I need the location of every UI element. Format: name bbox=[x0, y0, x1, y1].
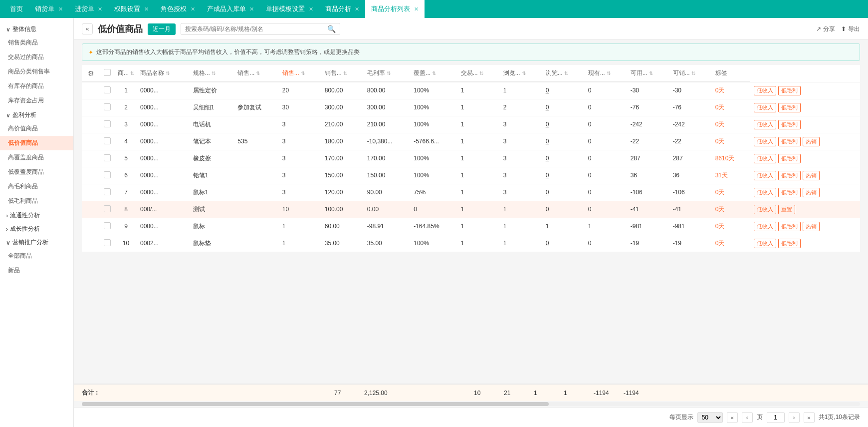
row-settings bbox=[82, 133, 100, 150]
table-container: ⚙ 商...⇅ 商品名称⇅ 规格...⇅ bbox=[74, 65, 868, 384]
summary-cells: 77 2,125.00 10 21 1 1 -1194 -1194 bbox=[202, 390, 860, 397]
row-checkbox[interactable] bbox=[104, 154, 111, 161]
sidebar-item-new-products[interactable]: 新品 bbox=[0, 263, 73, 278]
nav-sales-order[interactable]: 销货单 ✕ bbox=[29, 0, 69, 18]
sidebar-item-low-value[interactable]: 低价值商品 bbox=[0, 136, 73, 150]
sidebar-item-all-products[interactable]: 全部商品 bbox=[0, 249, 73, 263]
sort-icon: ⇅ bbox=[166, 70, 170, 76]
sidebar-item-sales-products[interactable]: 销售类商品 bbox=[0, 35, 73, 50]
sidebar-item-category-sales-rate[interactable]: 商品分类销售率 bbox=[0, 64, 73, 79]
next-page-button[interactable]: › bbox=[789, 412, 800, 423]
arrow-down-icon: ∨ bbox=[6, 239, 10, 246]
row-spec bbox=[234, 150, 279, 167]
nav-role-auth[interactable]: 角色授权 ✕ bbox=[155, 0, 201, 18]
row-checkbox[interactable] bbox=[104, 86, 111, 93]
close-icon[interactable]: ✕ bbox=[414, 6, 419, 12]
table-row: 3 0000... 电话机 3 210.00 210.00 100% 1 3 0… bbox=[82, 116, 860, 133]
nav-home[interactable]: 首页 bbox=[4, 0, 29, 18]
row-views2: 0 bbox=[585, 99, 628, 116]
sidebar-item-stock-capital[interactable]: 库存资金占用 bbox=[0, 93, 73, 108]
table-row: 9 0000... 鼠标 1 60.00 -98.91 -164.85% 1 1… bbox=[82, 218, 860, 235]
sidebar-item-stocked-products[interactable]: 有库存的商品 bbox=[0, 79, 73, 93]
sidebar-item-low-margin[interactable]: 低毛利商品 bbox=[0, 194, 73, 208]
qty-column-header[interactable]: 销售...⇅ bbox=[234, 65, 279, 82]
available-stock-column-header[interactable]: 可用...⇅ bbox=[628, 65, 670, 82]
sidebar-group-flow[interactable]: › 流通性分析 bbox=[0, 208, 73, 222]
row-checkbox[interactable] bbox=[104, 137, 111, 144]
row-trades: 2 bbox=[500, 99, 543, 116]
select-all-checkbox[interactable] bbox=[104, 69, 111, 76]
code-column-header[interactable]: 商...⇅ bbox=[115, 65, 137, 82]
sidebar-item-high-margin[interactable]: 高毛利商品 bbox=[0, 179, 73, 194]
row-checkbox[interactable] bbox=[104, 239, 111, 246]
row-checkbox[interactable] bbox=[104, 222, 111, 229]
row-views1: 0 bbox=[543, 150, 585, 167]
sidebar-group-overview[interactable]: ∨ 整体信息 bbox=[0, 22, 73, 35]
close-icon[interactable]: ✕ bbox=[144, 6, 149, 12]
row-available-stock: -242 bbox=[670, 116, 712, 133]
sidebar-group-growth[interactable]: › 成长性分析 bbox=[0, 222, 73, 235]
sidebar-group-marketing[interactable]: ∨ 营销推广分析 bbox=[0, 235, 73, 249]
trades-column-header[interactable]: 交易...⇅ bbox=[458, 65, 500, 82]
prev-page-button[interactable]: ‹ bbox=[742, 412, 753, 423]
close-icon[interactable]: ✕ bbox=[309, 6, 313, 12]
sidebar-item-low-coverage[interactable]: 低覆盖度商品 bbox=[0, 165, 73, 179]
last-page-button[interactable]: » bbox=[804, 412, 815, 423]
revenue-column-header[interactable]: 销售...⇅ bbox=[279, 65, 322, 82]
row-code: 0002... bbox=[137, 235, 190, 252]
sidebar-group-profit[interactable]: ∨ 盈利分析 bbox=[0, 108, 73, 121]
gear-icon[interactable]: ⚙ bbox=[88, 69, 94, 77]
sidebar-item-high-value[interactable]: 高价值商品 bbox=[0, 121, 73, 136]
close-icon[interactable]: ✕ bbox=[355, 6, 359, 12]
horizontal-scrollbar-thumb[interactable] bbox=[82, 402, 549, 406]
first-page-button[interactable]: « bbox=[727, 412, 738, 423]
row-index: 7 bbox=[115, 184, 137, 201]
nav-product-stock[interactable]: 产成品入库单 ✕ bbox=[201, 0, 260, 18]
row-checkbox[interactable] bbox=[104, 188, 111, 195]
page-number-input[interactable] bbox=[767, 412, 785, 423]
coverage-column-header[interactable]: 覆盖...⇅ bbox=[411, 65, 457, 82]
page-label: 页 bbox=[757, 413, 763, 422]
search-icon[interactable]: 🔍 bbox=[327, 25, 336, 33]
cost-column-header[interactable]: 销售...⇅ bbox=[322, 65, 364, 82]
collapse-sidebar-button[interactable]: « bbox=[82, 23, 93, 34]
export-button[interactable]: ⬆ 导出 bbox=[841, 25, 860, 33]
tag-低收入: 低收入 bbox=[754, 205, 776, 214]
share-button[interactable]: ↗ 分享 bbox=[816, 25, 835, 33]
spec-column-header[interactable]: 规格...⇅ bbox=[190, 65, 234, 82]
close-icon[interactable]: ✕ bbox=[191, 6, 195, 12]
nav-product-analysis[interactable]: 商品分析 ✕ bbox=[319, 0, 366, 18]
margin-column-header[interactable]: 毛利率⇅ bbox=[364, 65, 411, 82]
row-tags: 低收入低毛利 bbox=[750, 82, 860, 99]
nav-template-settings[interactable]: 单据模板设置 ✕ bbox=[260, 0, 319, 18]
sidebar-item-high-coverage[interactable]: 高覆盖度商品 bbox=[0, 150, 73, 165]
row-checkbox[interactable] bbox=[104, 103, 111, 110]
views1-column-header[interactable]: 浏览...⇅ bbox=[500, 65, 543, 82]
nav-purchase-order[interactable]: 进货单 ✕ bbox=[69, 0, 109, 18]
nav-permissions[interactable]: 权限设置 ✕ bbox=[108, 0, 155, 18]
row-checkbox[interactable] bbox=[104, 205, 111, 212]
row-name: 铅笔1 bbox=[190, 167, 234, 184]
horizontal-scrollbar-track[interactable] bbox=[82, 402, 860, 406]
per-page-select[interactable]: 50 100 200 bbox=[697, 412, 723, 423]
row-checkbox[interactable] bbox=[104, 120, 111, 127]
row-available-stock: -41 bbox=[670, 201, 712, 218]
row-cost: -10,380... bbox=[364, 133, 411, 150]
row-checkbox[interactable] bbox=[104, 171, 111, 178]
current-stock-column-header[interactable]: 现有...⇅ bbox=[585, 65, 628, 82]
search-input[interactable] bbox=[185, 25, 325, 32]
row-coverage: 1 bbox=[458, 150, 500, 167]
close-icon[interactable]: ✕ bbox=[98, 6, 102, 12]
arrow-right-icon: › bbox=[6, 226, 8, 233]
close-icon[interactable]: ✕ bbox=[249, 6, 254, 12]
filter-recent-month-button[interactable]: 近一月 bbox=[148, 23, 176, 35]
views2-column-header[interactable]: 浏览...⇅ bbox=[543, 65, 585, 82]
name-column-header[interactable]: 商品名称⇅ bbox=[137, 65, 190, 82]
sidebar-item-traded-products[interactable]: 交易过的商品 bbox=[0, 50, 73, 64]
table-row: 5 0000... 橡皮擦 3 170.00 170.00 100% 1 3 0… bbox=[82, 150, 860, 167]
saleable-column-header[interactable]: 可销...⇅ bbox=[670, 65, 712, 82]
row-trades: 3 bbox=[500, 150, 543, 167]
nav-product-analysis-list[interactable]: 商品分析列表 ✕ bbox=[365, 0, 425, 18]
close-icon[interactable]: ✕ bbox=[58, 6, 63, 12]
settings-column-header[interactable]: ⚙ bbox=[82, 65, 100, 82]
